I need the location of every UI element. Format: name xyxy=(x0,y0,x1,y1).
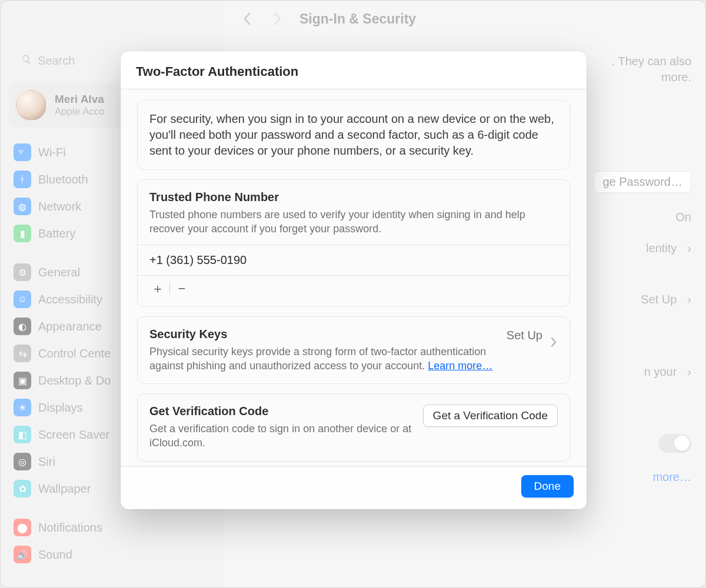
get-code-sub: Get a verification code to sign in on an… xyxy=(149,422,412,450)
get-verification-code-button[interactable]: Get a Verification Code xyxy=(423,405,558,427)
learn-more-link[interactable]: Learn more… xyxy=(428,360,492,372)
remove-phone-button[interactable]: − xyxy=(174,282,190,296)
done-button[interactable]: Done xyxy=(521,475,574,497)
modal-title: Two-Factor Authentication xyxy=(121,51,587,89)
intro-text: For security, when you sign in to your a… xyxy=(149,111,558,159)
two-factor-modal: Two-Factor Authentication For security, … xyxy=(121,51,587,509)
security-keys-title: Security Keys xyxy=(149,328,499,341)
intro-card: For security, when you sign in to your a… xyxy=(137,100,570,170)
trusted-phone-card: Trusted Phone Number Trusted phone numbe… xyxy=(137,179,570,307)
security-keys-sub: Physical security keys provide a strong … xyxy=(149,345,499,373)
trusted-phone-title: Trusted Phone Number xyxy=(149,191,558,204)
chevron-right-icon xyxy=(550,336,558,349)
settings-window: Search Meri Alva Apple Acco ᯤWi-FiᚼBluet… xyxy=(0,0,706,588)
security-keys-action: Set Up xyxy=(507,329,542,342)
plus-icon: ＋ xyxy=(151,280,164,298)
trusted-phone-sub: Trusted phone numbers are used to verify… xyxy=(149,208,558,236)
trusted-phone-value: +1 (361) 555-0190 xyxy=(149,253,558,267)
get-code-card: Get Verification Code Get a verification… xyxy=(137,393,570,462)
minus-icon: − xyxy=(178,281,186,296)
security-keys-card[interactable]: Security Keys Physical security keys pro… xyxy=(137,316,570,385)
get-code-title: Get Verification Code xyxy=(149,405,412,418)
add-phone-button[interactable]: ＋ xyxy=(149,282,166,296)
